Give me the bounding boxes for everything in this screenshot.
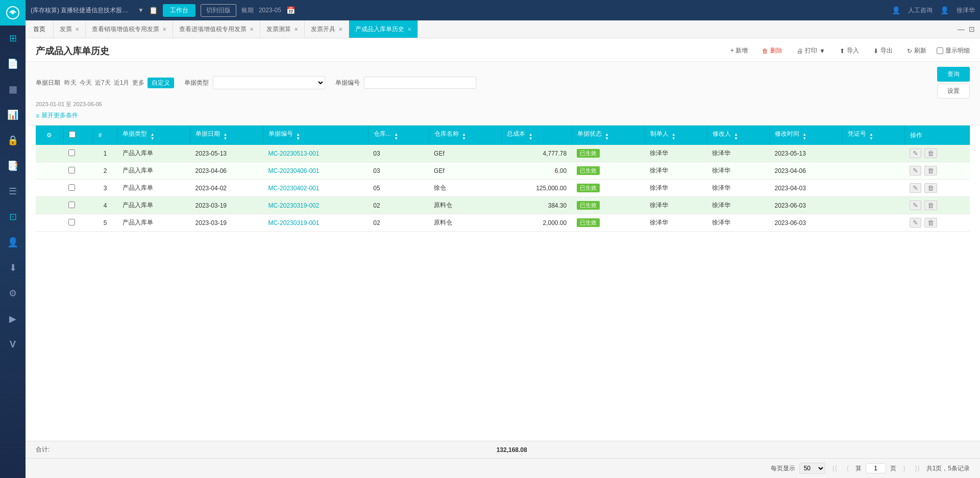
delete-button[interactable]: 🗑 删除 [758,44,787,57]
row-delete-button[interactable]: 🗑 [924,218,937,228]
row-checkbox[interactable] [68,202,75,208]
export-button[interactable]: ⬇ 导出 [869,44,897,57]
shortcut-7days[interactable]: 近7天 [95,79,111,87]
sidebar-item-person[interactable]: 👤 [0,230,26,255]
tab-home[interactable]: 首页 [26,20,54,38]
new-button[interactable]: + 新增 [726,44,752,57]
tab-minimize-button[interactable]: — [958,25,965,33]
doc-num-link[interactable]: MC-20230406-001 [268,167,319,174]
tab-view-input-vat[interactable]: 查看进项增值税专用发票 ✕ [173,20,260,38]
doc-num-link[interactable]: MC-20230319-001 [268,219,319,227]
query-button[interactable]: 查询 [937,67,970,82]
row-edit-button[interactable]: ✎ [910,166,921,175]
row-checkbox[interactable] [68,167,75,173]
workbench-button[interactable]: 工作台 [163,4,195,17]
sidebar-item-play[interactable]: ▶ [0,306,26,332]
row-checkbox[interactable] [68,149,75,156]
tab-product-inbound[interactable]: 产成品入库单历史 ✕ [349,20,418,38]
doc-icon[interactable]: 📋 [149,6,158,14]
th-warehouse-name[interactable]: 仓库名称 ▲▼ [429,125,502,145]
show-detail-checkbox-label[interactable]: 显示明细 [937,46,970,55]
shortcut-yesterday[interactable]: 昨天 [64,79,77,87]
row-checkbox-cell[interactable] [63,197,93,214]
row-checkbox-cell[interactable] [63,162,93,180]
row-checkbox-cell[interactable] [63,145,93,162]
print-button[interactable]: 🖨 打印 ▼ [793,44,829,57]
tab-invoice-calc[interactable]: 发票测算 ✕ [260,20,305,38]
row-checkbox[interactable] [68,184,75,191]
row-delete-button[interactable]: 🗑 [924,200,937,210]
row-edit-button[interactable]: ✎ [910,183,921,193]
refresh-button[interactable]: ↻ 刷新 [903,44,930,57]
page-last-button[interactable]: ⟩⟩ [912,463,922,473]
expand-conditions[interactable]: ≡ 展开更多条件 [36,111,970,120]
row-checkbox-cell[interactable] [63,214,93,232]
sidebar-item-accounts[interactable]: 📑 [0,153,26,179]
row-doc-num-cell[interactable]: MC-20230319-001 [263,214,368,232]
sidebar-item-v[interactable]: V [0,332,26,357]
th-total-cost[interactable]: 总成本 ▲▼ [502,125,572,145]
sidebar-item-chart[interactable]: 📊 [0,102,26,128]
support-label[interactable]: 人工咨询 [908,6,933,15]
th-checkbox[interactable] [63,125,93,145]
shortcut-today[interactable]: 今天 [80,79,92,87]
row-doc-num-cell[interactable]: MC-20230402-001 [263,180,368,197]
tab-product-inbound-close[interactable]: ✕ [407,27,411,32]
tab-invoice-issue-close[interactable]: ✕ [338,27,342,32]
row-doc-num-cell[interactable]: MC-20230319-002 [263,197,368,214]
title-dropdown-icon[interactable]: ▼ [138,7,144,14]
sidebar-item-list[interactable]: ☰ [0,179,26,204]
show-detail-checkbox[interactable] [937,47,943,54]
doc-num-link[interactable]: MC-20230402-001 [268,185,319,192]
tab-view-output-vat-close[interactable]: ✕ [162,27,166,32]
th-doc-status[interactable]: 单据状态 ▲▼ [572,125,645,145]
tab-maximize-button[interactable]: ⊡ [969,25,975,33]
row-delete-button[interactable]: 🗑 [924,183,937,193]
username[interactable]: 徐泽华 [957,6,975,15]
row-edit-button[interactable]: ✎ [910,200,921,210]
row-edit-button[interactable]: ✎ [910,148,921,158]
doc-num-input[interactable] [364,77,476,89]
filter-settings-button[interactable]: 设置 [937,84,970,98]
th-voucher[interactable]: 凭证号 ▲▼ [842,125,904,145]
row-delete-button[interactable]: 🗑 [924,148,937,158]
tab-invoice[interactable]: 发票 ✕ [54,20,86,38]
shortcut-custom[interactable]: 自定义 [148,78,174,88]
sidebar-item-table[interactable]: ⊡ [0,204,26,230]
sidebar-item-scan[interactable]: ▦ [0,77,26,102]
doc-type-select[interactable]: 产品入库单 [213,76,325,89]
calendar-icon[interactable]: 📅 [286,6,295,14]
sidebar-item-home[interactable]: ⊞ [0,26,26,51]
row-doc-num-cell[interactable]: MC-20230406-001 [263,162,368,180]
per-page-select[interactable]: 10 20 50 100 [799,463,825,474]
th-settings[interactable]: ⚙ [36,125,63,145]
row-checkbox[interactable] [68,219,75,225]
page-first-button[interactable]: ⟨⟨ [829,463,840,473]
import-button[interactable]: ⬆ 导入 [836,44,863,57]
th-doc-date[interactable]: 单据日期 ▲▼ [190,125,263,145]
page-prev-button[interactable]: ⟨ [844,463,851,473]
row-delete-button[interactable]: 🗑 [924,166,937,175]
shortcut-1month[interactable]: 近1月 [114,79,130,87]
sidebar-item-download[interactable]: ⬇ [0,255,26,281]
th-doc-num[interactable]: 单据编号 ▲▼ [263,125,368,145]
select-all-checkbox[interactable] [69,131,76,138]
shortcut-more[interactable]: 更多 [132,79,144,87]
page-next-button[interactable]: ⟩ [900,463,908,473]
sidebar-item-bills[interactable]: 📄 [0,51,26,77]
tab-view-output-vat[interactable]: 查看销项增值税专用发票 ✕ [86,20,173,38]
doc-num-link[interactable]: MC-20230319-002 [268,202,319,209]
row-checkbox-cell[interactable] [63,180,93,197]
tab-invoice-close[interactable]: ✕ [75,27,79,32]
sidebar-item-settings[interactable]: ⚙ [0,281,26,306]
th-modifier[interactable]: 修改人 ▲▼ [707,125,769,145]
switch-old-button[interactable]: 切到旧版 [201,4,236,17]
row-doc-num-cell[interactable]: MC-20230513-001 [263,145,368,162]
tab-invoice-calc-close[interactable]: ✕ [294,27,298,32]
th-doc-type[interactable]: 单据类型 ▲▼ [117,125,190,145]
row-edit-button[interactable]: ✎ [910,218,921,228]
th-modify-time[interactable]: 修改时间 ▲▼ [769,125,842,145]
th-creator[interactable]: 制单人 ▲▼ [645,125,707,145]
tab-invoice-issue[interactable]: 发票开具 ✕ [305,20,349,38]
sidebar-item-lock[interactable]: 🔒 [0,128,26,153]
